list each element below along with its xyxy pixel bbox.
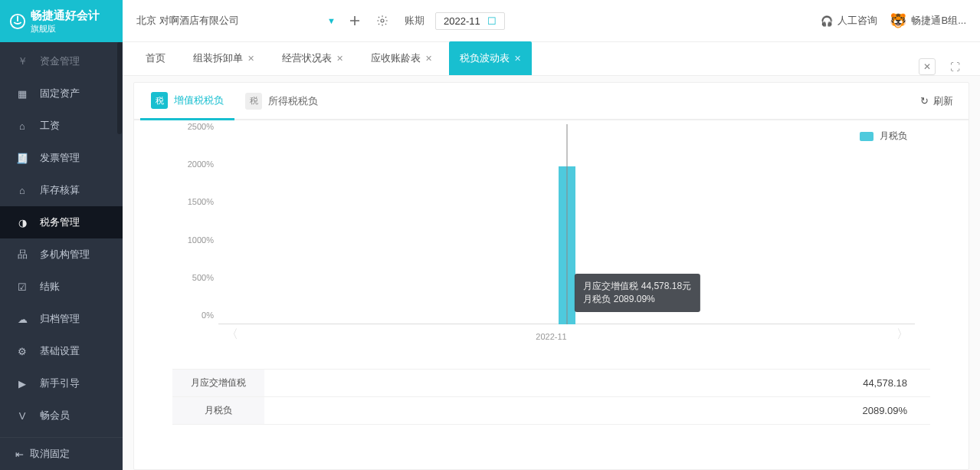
panel-tab-vat[interactable]: 税 增值税税负 (140, 83, 234, 120)
brand-subtitle: 旗舰版 (31, 23, 100, 35)
user-name: 畅捷通B组... (911, 14, 966, 28)
close-icon[interactable]: ✕ (425, 54, 432, 64)
sidebar-item-label: 归档管理 (40, 312, 80, 326)
close-icon[interactable]: ✕ (247, 54, 254, 64)
wallet-icon: ￥ (15, 54, 29, 68)
sidebar-item-label: 多机构管理 (40, 248, 90, 261)
tab-operating-status[interactable]: 经营状况表 ✕ (271, 41, 354, 75)
avatar-icon: 🐯 (890, 12, 906, 29)
summary-value: 44,578.18 (863, 377, 930, 389)
sidebar-item-archive[interactable]: ☁ 归档管理 (0, 303, 123, 335)
chart-prev-button[interactable]: 〈 (223, 327, 241, 343)
expand-icon: ⛶ (950, 61, 960, 73)
y-tick: 500% (192, 273, 214, 282)
sidebar-item-fixed-assets[interactable]: ▦ 固定资产 (0, 77, 123, 110)
sidebar-unpin[interactable]: ⇤ 取消固定 (0, 437, 123, 470)
close-icon[interactable]: ✕ (336, 54, 343, 64)
sidebar-item-onboard[interactable]: ▶ 新手引导 (0, 367, 123, 399)
summary-table: 月应交增值税 44,578.18 月税负 2089.09% (172, 369, 930, 425)
chart-next-button[interactable]: 〉 (893, 327, 912, 343)
sidebar-item-label: 资金管理 (40, 54, 80, 68)
tab-receivable-aging[interactable]: 应收账龄表 ✕ (360, 41, 443, 75)
topbar: 北京 对啊酒店有限公司 ▼ 账期 2022-11 ☐ 🎧 人工咨询 🐯 畅捷通B… (123, 0, 980, 42)
vip-icon: V (15, 410, 29, 422)
table-row: 月应交增值税 44,578.18 (172, 370, 930, 397)
refresh-icon: ↻ (920, 95, 929, 107)
tooltip-line2: 月税负 2089.09% (583, 293, 691, 306)
y-tick: 1500% (188, 197, 214, 206)
sidebar-item-label: 基础设置 (40, 344, 80, 358)
summary-label: 月应交增值税 (172, 370, 264, 396)
briefcase-icon: ⌂ (15, 120, 29, 132)
table-row: 月税负 2089.09% (172, 397, 930, 425)
fullscreen-button[interactable]: ⛶ (946, 58, 963, 75)
sidebar-item-tax[interactable]: ◑ 税务管理 (0, 206, 123, 238)
calendar-icon: ☐ (487, 15, 497, 27)
play-icon: ▶ (15, 378, 29, 389)
close-icon: ✕ (923, 61, 931, 72)
sidebar-item-salary[interactable]: ⌂ 工资 (0, 110, 123, 142)
chart-plot: 2500% 2000% 1500% 1000% 500% 0% 月应交增值税 4… (172, 136, 930, 343)
panel-tabs: 税 增值税税负 税 所得税税负 ↻ 刷新 (134, 83, 969, 120)
sidebar-item-label: 税务管理 (40, 215, 80, 229)
sidebar-item-vip[interactable]: V 畅会员 (0, 399, 123, 432)
sidebar-item-close-account[interactable]: ☑ 结账 (0, 271, 123, 303)
settings-button[interactable] (374, 12, 391, 29)
svg-point-1 (381, 19, 384, 22)
lock-icon: ☑ (15, 281, 29, 293)
company-selector[interactable]: 北京 对啊酒店有限公司 ▼ (136, 14, 336, 28)
period-picker[interactable]: 2022-11 ☐ (435, 12, 505, 30)
income-tax-icon: 税 (245, 93, 262, 110)
panel-tab-label: 增值税税负 (174, 94, 224, 107)
period-value: 2022-11 (444, 15, 480, 27)
tab-assembly[interactable]: 组装拆卸单 ✕ (182, 41, 265, 75)
box-icon: ⌂ (15, 185, 29, 196)
brand-header: 畅捷通好会计 旗舰版 (0, 0, 123, 42)
tab-home[interactable]: 首页 (135, 41, 176, 75)
sidebar-item-funds[interactable]: ￥ 资金管理 (0, 45, 123, 77)
plus-icon (349, 15, 361, 27)
refresh-button[interactable]: ↻ 刷新 (911, 94, 962, 108)
user-menu[interactable]: 🐯 畅捷通B组... (890, 12, 966, 29)
chart-marker-line (566, 124, 567, 324)
sidebar-item-invoice[interactable]: 🧾 发票管理 (0, 142, 123, 174)
sidebar-item-settings[interactable]: ⚙ 基础设置 (0, 335, 123, 367)
sidebar-scrollbar[interactable] (116, 42, 123, 444)
sidebar-item-inventory[interactable]: ⌂ 库存核算 (0, 174, 123, 206)
sidebar-item-label: 结账 (40, 280, 60, 294)
add-button[interactable] (346, 12, 363, 29)
y-tick: 2500% (188, 122, 214, 131)
sidebar-item-label: 固定资产 (40, 87, 80, 100)
support-link[interactable]: 🎧 人工咨询 (821, 14, 877, 28)
invoice-icon: 🧾 (15, 153, 29, 164)
chevron-down-icon: ▼ (327, 16, 336, 25)
close-icon[interactable]: ✕ (514, 54, 521, 64)
y-tick: 0% (202, 311, 214, 320)
summary-label: 月税负 (172, 397, 264, 424)
unpin-icon: ⇤ (15, 449, 24, 460)
gear-icon (376, 15, 388, 27)
company-name: 北京 对啊酒店有限公司 (136, 14, 239, 28)
tab-label: 税负波动表 (460, 51, 510, 65)
panel-tab-label: 所得税税负 (268, 94, 318, 108)
tax-icon: ◑ (15, 217, 29, 228)
period-label: 账期 (405, 14, 424, 28)
archive-icon: ☁ (15, 314, 29, 325)
tooltip-line1: 月应交增值税 44,578.18元 (583, 280, 691, 293)
tab-label: 经营状况表 (282, 51, 332, 65)
refresh-label: 刷新 (933, 94, 953, 108)
sidebar-footer-label: 取消固定 (30, 447, 70, 461)
summary-value: 2089.09% (862, 405, 930, 416)
sidebar-item-label: 畅会员 (40, 409, 70, 422)
building-icon: ▦ (15, 88, 29, 100)
tab-tax-volatility[interactable]: 税负波动表 ✕ (449, 41, 532, 75)
chart-area: 月税负 2500% 2000% 1500% 1000% 500% 0% 月应交增… (134, 120, 969, 469)
y-tick: 1000% (188, 235, 214, 245)
chart-grid: 月应交增值税 44,578.18元 月税负 2089.09% (218, 136, 915, 324)
close-all-button[interactable]: ✕ (919, 58, 936, 75)
panel-tab-income-tax[interactable]: 税 所得税税负 (234, 84, 329, 119)
chart-tooltip: 月应交增值税 44,578.18元 月税负 2089.09% (574, 274, 700, 312)
sidebar-item-multi-org[interactable]: 品 多机构管理 (0, 238, 123, 271)
headset-icon: 🎧 (821, 15, 833, 27)
sidebar-item-label: 发票管理 (40, 151, 80, 165)
